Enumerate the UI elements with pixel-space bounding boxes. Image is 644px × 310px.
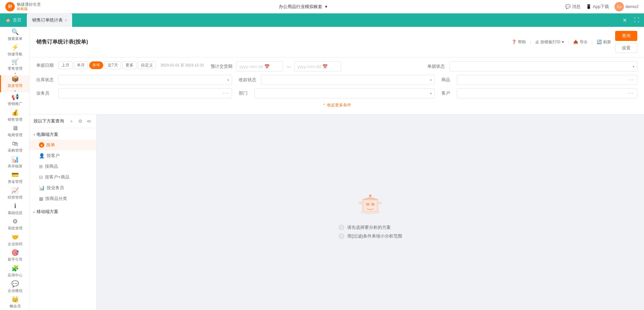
customer-select[interactable]: ··· (457, 88, 637, 98)
export-button[interactable]: 📤 导出 (573, 39, 588, 45)
sidebar-item-enterprise[interactable]: 🤝 企业协同 (0, 232, 29, 248)
scheme-actions: + ⚙ ≪ (68, 118, 92, 124)
scheme-group-pc-header[interactable]: ▾ 电脑端方案 (30, 130, 96, 140)
last-month-button[interactable]: 上月 (58, 61, 72, 69)
status-select[interactable]: ▾ (449, 61, 637, 71)
ship-status-select[interactable]: ▾ (58, 75, 232, 85)
calendar-end-icon: 📅 (322, 64, 328, 69)
collapse-button[interactable]: ⌃ 收起更多条件 (36, 100, 637, 110)
sidebar-item-ecommerce[interactable]: 🖥 电商管理 (0, 123, 29, 139)
sidebar-item-system[interactable]: ⚙ 系统管理 (0, 217, 29, 232)
scheme-item-by-order[interactable]: ● 按单 (30, 140, 96, 150)
query-button[interactable]: 查询 (615, 31, 637, 41)
print-icon: 🖨 (535, 40, 539, 44)
operations-icon: 📈 (11, 187, 19, 194)
empty-tips: 1 请先选择要分析的方案 2 用[过滤]条件来缩小分析范围 (338, 224, 402, 239)
department-filter: 部门 ▾ (239, 88, 435, 98)
sidebar-item-appstore[interactable]: 🧩 应用中心 (0, 263, 29, 279)
sidebar-item-member[interactable]: 👑 畅会员 (0, 295, 29, 310)
goods-filter: 商品 ··· (441, 75, 637, 85)
enterprise-icon: 🤝 (11, 234, 19, 241)
sidebar-item-purchase[interactable]: 🛍 采购管理 (0, 139, 29, 154)
ecommerce-icon: 🖥 (12, 125, 18, 132)
sidebar-item-wholesale[interactable]: 📦 批发管理 ▴ (0, 75, 29, 92)
settings-scheme-button[interactable]: ⚙ (77, 118, 84, 124)
help-button[interactable]: ❓ 帮助 (512, 39, 526, 45)
workspace-name: 办公用品行业模拟账套 (279, 4, 322, 10)
scheme-item-by-salesman[interactable]: 📊 按业务员 (30, 183, 96, 193)
scheme-header: 按以下方案查询 + ⚙ ≪ (30, 114, 96, 128)
sidebar-item-retail[interactable]: 🛒 零售管理 ▾ (0, 58, 29, 75)
pc-group-arrow-icon: ▾ (34, 133, 35, 137)
refresh-button[interactable]: 🔄 刷新 (597, 39, 611, 45)
tip-num-2: 2 (338, 233, 344, 239)
by-customer-icon: 👤 (39, 153, 45, 158)
search-icon: 🔍 (11, 28, 19, 36)
sidebar-item-finance[interactable]: 💳 资金管理 (0, 170, 29, 186)
fullscreen-icon[interactable]: ⛶ (632, 15, 641, 25)
topbar-left: 好 畅捷通好生意 标账版 (5, 2, 41, 11)
department-select[interactable]: ▾ (254, 88, 435, 98)
sidebar-item-newbie[interactable]: 🎯 新手引导 (0, 248, 29, 263)
tabbar: 🏠 首页 销售订单统计表 × ✕ ⛶ (0, 13, 644, 27)
this-month-button[interactable]: 本月 (74, 61, 88, 69)
payment-status-label: 收款状态 (239, 77, 259, 83)
message-button[interactable]: 💬 消息 (565, 4, 581, 10)
tab-active[interactable]: 销售订单统计表 × (27, 13, 72, 27)
page-title: 销售订单统计表(按单) (36, 39, 88, 46)
expected-date-start[interactable]: yyyy-mm-dd 📅 (236, 61, 283, 71)
customer-more-icon: ··· (628, 90, 634, 96)
print-button[interactable]: 🖨 按模板打印 ▾ (535, 39, 564, 45)
scheme-item-by-customer-goods[interactable]: ⊟ 按客户+商品 (30, 172, 96, 183)
scheme-item-by-goods[interactable]: ⊞ 按商品 (30, 161, 96, 172)
user-profile[interactable]: Ea demo2 (614, 2, 639, 11)
mobile-group-label: 移动端方案 (37, 209, 58, 215)
salesman-select[interactable]: ··· (58, 88, 232, 98)
expected-date-filter: 预计交货期 yyyy-mm-dd 📅 — yyyy-mm-dd 📅 (211, 61, 421, 71)
sidebar-item-basic-info[interactable]: ℹ 基础信息 (0, 201, 29, 216)
custom-button[interactable]: 自定义 (138, 61, 156, 69)
tab-close-button[interactable]: × (65, 18, 67, 22)
scheme-panel: 按以下方案查询 + ⚙ ≪ ▾ 电脑端方案 (30, 114, 97, 310)
shortcut-icon: ⚡ (11, 44, 19, 51)
salesman-label: 业务员 (36, 90, 56, 96)
help-icon: ❓ (512, 40, 517, 44)
goods-label: 商品 (441, 77, 455, 83)
collapse-scheme-button[interactable]: ≪ (86, 118, 92, 124)
sidebar-item-search[interactable]: 🔍 搜索菜单 (0, 27, 29, 42)
topbar: 好 畅捷通好生意 标账版 办公用品行业模拟账套 ▾ 💬 消息 📱 App下载 E… (0, 0, 644, 13)
inner-layout: 按以下方案查询 + ⚙ ≪ ▾ 电脑端方案 (30, 114, 644, 310)
basic-info-icon: ℹ (14, 202, 16, 210)
status-label: 单据状态 (427, 63, 447, 69)
add-scheme-button[interactable]: + (68, 118, 75, 124)
goods-select[interactable]: ··· (457, 75, 637, 85)
sidebar-item-inventory[interactable]: 📊 库存核算 (0, 154, 29, 170)
filter-row-1: 单据日期 上月 本月 本年 近7天 更多 自定义 2023-01-01 至 20… (36, 61, 637, 71)
sidebar-item-marketing[interactable]: 📢 营销推广 (0, 92, 29, 108)
workspace-selector[interactable]: 办公用品行业模拟账套 ▾ (279, 4, 327, 10)
sidebar-item-shortcuts[interactable]: ⚡ 快捷导航 (0, 42, 29, 58)
system-icon: ⚙ (12, 218, 18, 225)
scheme-item-by-customer[interactable]: 👤 按客户 (30, 150, 96, 161)
retail-arrow-icon: ▾ (14, 72, 16, 75)
settings-button[interactable]: 设置 (615, 43, 637, 53)
ship-status-label: 出库状态 (36, 77, 56, 83)
scheme-group-mobile-header[interactable]: ▸ 移动端方案 (30, 207, 96, 217)
empty-illustration (354, 186, 387, 219)
last7-button[interactable]: 近7天 (105, 61, 121, 69)
more-button[interactable]: 更多 (122, 61, 137, 69)
payment-select[interactable]: ▾ (261, 75, 435, 85)
logo-area: 好 畅捷通好生意 标账版 (5, 2, 41, 11)
tab-home[interactable]: 🏠 首页 (0, 13, 27, 27)
scheme-item-by-category[interactable]: ▦ 按商品分类 (30, 193, 96, 204)
sidebar-item-wechat[interactable]: 💬 企业微信 (0, 279, 29, 294)
sidebar-item-operations[interactable]: 📈 经营管理 (0, 186, 29, 201)
app-download-button[interactable]: 📱 App下载 (586, 4, 609, 10)
expected-date-end[interactable]: yyyy-mm-dd 📅 (294, 61, 341, 71)
main-layout: 🔍 搜索菜单 ⚡ 快捷导航 🛒 零售管理 ▾ 📦 批发管理 ▴ 📢 营销推广 💰… (0, 27, 644, 310)
collapse-arrow-icon: ⌃ (322, 103, 326, 108)
close-tab-icon[interactable]: ✕ (620, 15, 629, 25)
current-year-button[interactable]: 本年 (89, 61, 103, 69)
finance-icon: 💳 (11, 171, 19, 178)
sidebar-item-sales[interactable]: 💰 销售管理 (0, 108, 29, 123)
